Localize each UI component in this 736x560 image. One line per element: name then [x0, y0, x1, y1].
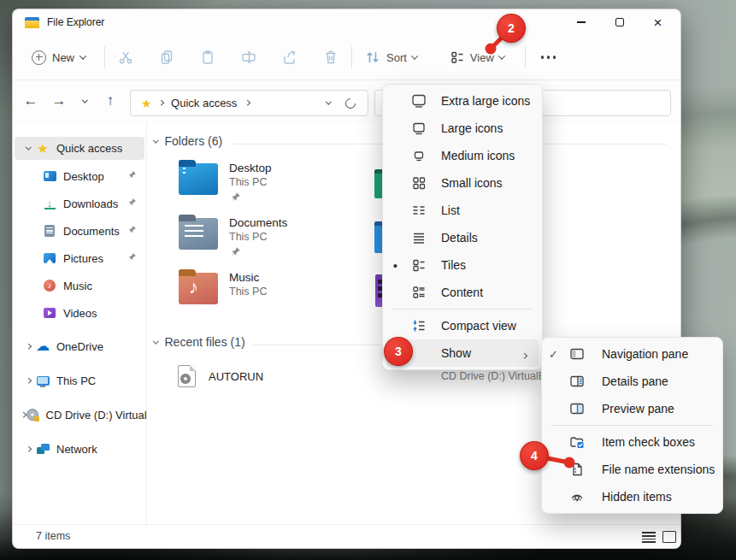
- sidebar-item-desktop[interactable]: Desktop: [15, 165, 144, 187]
- chevron-down-icon: [411, 52, 418, 59]
- folder-tile-desktop[interactable]: Desktop This PC: [179, 162, 272, 207]
- menu-item-small-icons[interactable]: Small icons: [383, 169, 542, 197]
- refresh-icon[interactable]: [344, 96, 358, 110]
- sidebar-item-label: Documents: [63, 225, 120, 238]
- submenu-item-preview-pane[interactable]: Preview pane: [542, 395, 722, 422]
- sidebar-item-this-pc[interactable]: This PC: [15, 369, 144, 392]
- music-folder-icon: ♪: [179, 273, 218, 304]
- details-view-icon: [408, 230, 430, 245]
- selected-bullet-icon: •: [383, 258, 408, 273]
- close-button[interactable]: ×: [639, 9, 677, 35]
- sidebar-item-label: Network: [56, 443, 97, 456]
- new-button[interactable]: New: [32, 50, 85, 65]
- delete-button[interactable]: [310, 49, 351, 66]
- menu-item-content[interactable]: Content: [383, 279, 542, 306]
- compact-view-icon: [408, 318, 430, 333]
- chevron-right-icon[interactable]: [21, 413, 26, 417]
- minimize-button[interactable]: [562, 9, 600, 35]
- sidebar-item-label: Pictures: [63, 252, 103, 265]
- up-button[interactable]: ↑: [97, 87, 123, 115]
- sidebar-item-network[interactable]: Network: [15, 438, 144, 460]
- chevron-right-icon[interactable]: [21, 447, 36, 451]
- window-controls: ×: [562, 9, 677, 35]
- tile-location: This PC: [229, 286, 267, 298]
- sidebar-item-videos[interactable]: Videos: [15, 302, 144, 324]
- rename-icon: [240, 49, 257, 66]
- back-button[interactable]: ←: [18, 87, 44, 115]
- step-badge-3: 3: [384, 337, 413, 366]
- sidebar-item-documents[interactable]: Documents: [15, 220, 144, 242]
- view-button[interactable]: View: [429, 50, 516, 65]
- address-bar[interactable]: ★ Quick access: [130, 90, 368, 116]
- plus-icon: [32, 50, 46, 65]
- collapse-chevron-icon[interactable]: [153, 137, 158, 142]
- see-more-button[interactable]: [526, 56, 572, 58]
- folder-tile-documents[interactable]: Documents This PC: [179, 216, 287, 262]
- sidebar-item-quick-access[interactable]: ★ Quick access: [15, 137, 144, 160]
- cut-button[interactable]: [105, 49, 146, 66]
- maximize-button[interactable]: [600, 9, 639, 35]
- folder-tile-music[interactable]: ♪ Music This PC: [179, 271, 267, 304]
- submenu-item-navigation-pane[interactable]: ✓ Navigation pane: [542, 340, 722, 368]
- submenu-item-file-name-extensions[interactable]: File name extensions: [542, 456, 722, 483]
- submenu-item-hidden-items[interactable]: Hidden items: [542, 483, 722, 510]
- command-bar: New Sort View: [13, 35, 680, 80]
- share-icon: [281, 49, 298, 66]
- status-bar: 7 items: [13, 524, 680, 548]
- large-thumbnails-view-toggle-icon[interactable]: [662, 531, 676, 543]
- sidebar-item-cd-drive[interactable]: CD Drive (D:) Virtual: [15, 404, 144, 426]
- quick-access-star-icon: ★: [141, 97, 152, 110]
- menu-item-compact-view[interactable]: Compact view: [383, 312, 542, 339]
- menu-item-list[interactable]: List: [383, 197, 542, 224]
- recent-files-section-header[interactable]: Recent files (1): [154, 335, 245, 349]
- chevron-down-icon: [82, 97, 87, 102]
- details-view-toggle-icon[interactable]: [642, 532, 656, 543]
- sidebar-item-label: CD Drive (D:) Virtual: [46, 409, 147, 421]
- menu-item-extra-large-icons[interactable]: Extra large icons: [383, 87, 542, 115]
- menu-item-details[interactable]: Details: [383, 224, 542, 251]
- submenu-item-item-check-boxes[interactable]: Item check boxes: [542, 428, 722, 456]
- address-bar-row: ← → ↑ ★ Quick access: [13, 80, 680, 123]
- pin-icon: [127, 252, 137, 265]
- chevron-right-icon[interactable]: [21, 379, 36, 383]
- recent-locations-button[interactable]: [74, 87, 95, 115]
- music-icon: ♪: [43, 279, 56, 292]
- sidebar-item-label: OneDrive: [56, 340, 103, 353]
- trash-icon: [322, 49, 339, 66]
- chevron-right-icon: [158, 100, 163, 105]
- folders-section-header[interactable]: Folders (6): [154, 134, 222, 148]
- address-dropdown-chevron[interactable]: [326, 99, 331, 104]
- chevron-down-icon[interactable]: [21, 146, 36, 150]
- desktop-folder-icon: [179, 163, 218, 195]
- collapse-chevron-icon[interactable]: [153, 338, 158, 343]
- share-button[interactable]: [269, 49, 310, 66]
- menu-item-medium-icons[interactable]: Medium icons: [383, 142, 542, 169]
- folders-header-label: Folders (6): [165, 134, 223, 148]
- show-submenu: ✓ Navigation pane Details pane Preview p…: [541, 337, 723, 514]
- paste-button[interactable]: [187, 49, 228, 66]
- sidebar-item-music[interactable]: ♪ Music: [15, 274, 144, 297]
- sidebar-item-downloads[interactable]: ↓ Downloads: [15, 192, 144, 215]
- sort-button[interactable]: Sort: [352, 50, 429, 65]
- tiles-view-icon: [408, 257, 430, 273]
- copy-icon: [158, 49, 175, 66]
- forward-button[interactable]: →: [46, 87, 72, 115]
- details-pane-icon: [565, 374, 588, 389]
- breadcrumb[interactable]: Quick access: [171, 97, 237, 109]
- ellipsis-icon: [547, 56, 550, 58]
- chevron-right-icon[interactable]: [21, 345, 36, 349]
- submenu-item-details-pane[interactable]: Details pane: [542, 368, 722, 395]
- rename-button[interactable]: [228, 49, 269, 66]
- sidebar-item-pictures[interactable]: Pictures: [15, 247, 144, 269]
- menu-item-tiles[interactable]: • Tiles: [383, 251, 542, 279]
- titlebar[interactable]: File Explorer ×: [13, 9, 680, 35]
- pictures-icon: [43, 251, 56, 265]
- submenu-chevron-right-icon: [522, 345, 527, 361]
- videos-icon: [43, 306, 56, 320]
- this-pc-icon: [36, 374, 50, 387]
- menu-item-large-icons[interactable]: Large icons: [383, 115, 542, 142]
- menu-separator: [551, 425, 713, 426]
- star-icon: ★: [36, 142, 50, 156]
- sidebar-item-onedrive[interactable]: ☁ OneDrive: [15, 335, 144, 357]
- copy-button[interactable]: [146, 49, 187, 66]
